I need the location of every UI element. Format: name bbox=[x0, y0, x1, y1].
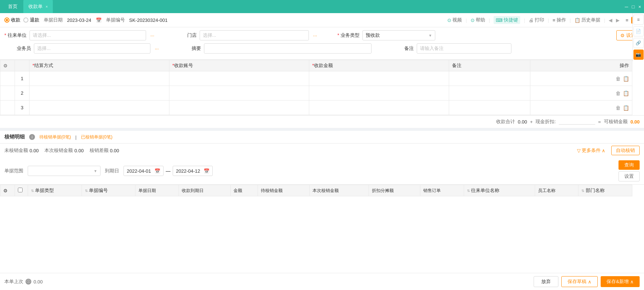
receipt-amount-header: *收款金额 bbox=[309, 60, 449, 71]
nav-tab-receipt[interactable]: 收款单 × bbox=[23, 0, 53, 13]
operate-btn[interactable]: ≡ 操作 bbox=[553, 17, 566, 23]
nav-home[interactable]: 首页 bbox=[3, 0, 23, 13]
verifiable-label: 可核销金额 bbox=[604, 118, 628, 125]
sort-icon[interactable]: ⇅ bbox=[85, 189, 88, 193]
save-draft-btn[interactable]: 保存草稿 ∧ bbox=[561, 276, 598, 287]
save-new-btn[interactable]: 保存&新增 ∧ bbox=[601, 276, 640, 287]
row-1-account[interactable] bbox=[169, 71, 309, 86]
window-max-btn[interactable]: □ bbox=[632, 4, 635, 9]
list-view-tab[interactable]: ≡ bbox=[623, 17, 631, 24]
sort-icon[interactable]: ⇅ bbox=[467, 189, 470, 193]
help-btn[interactable]: ⊙ 帮助 bbox=[471, 17, 485, 23]
staff-more-btn[interactable]: ··· bbox=[155, 46, 159, 51]
print-btn[interactable]: 🖨 打印 bbox=[529, 17, 544, 23]
window-min-btn[interactable]: ─ bbox=[625, 4, 628, 9]
side-link-btn[interactable]: 🔗 bbox=[633, 38, 644, 48]
date-to-input[interactable]: 2022-04-12 📅 bbox=[173, 166, 213, 176]
calendar-icon[interactable]: 📅 bbox=[96, 17, 102, 23]
summary-input[interactable] bbox=[204, 43, 372, 54]
amount-col: 金额 bbox=[230, 185, 258, 196]
sort-icon[interactable]: ⇅ bbox=[31, 189, 34, 193]
row-3-delete-btn[interactable]: 🗑 bbox=[616, 105, 621, 111]
row-1-settings bbox=[0, 71, 15, 86]
chevron-down-icon: ▼ bbox=[428, 34, 432, 38]
row-1-amount[interactable] bbox=[309, 71, 449, 86]
discount-label: 现金折扣: bbox=[535, 118, 556, 125]
row-3-remark[interactable] bbox=[449, 101, 530, 115]
circle-icon: ⊙ bbox=[447, 17, 451, 23]
row-2-settlement[interactable] bbox=[30, 86, 169, 101]
store-more-btn[interactable]: ··· bbox=[313, 33, 317, 38]
row-1-settlement[interactable] bbox=[30, 71, 169, 86]
window-close-btn[interactable]: × bbox=[638, 4, 641, 9]
row-2-copy-btn[interactable]: 📋 bbox=[623, 90, 629, 96]
history-btn[interactable]: 📋 历史单据 bbox=[574, 17, 600, 23]
shortcut-btn[interactable]: ⌨ 快捷键 bbox=[494, 16, 520, 24]
discount-input[interactable] bbox=[559, 119, 595, 125]
row-3-copy-btn[interactable]: 📋 bbox=[623, 105, 629, 111]
range-select[interactable]: ▼ bbox=[28, 166, 101, 176]
query-btn[interactable]: 查询 bbox=[619, 160, 640, 170]
row-2-amount[interactable] bbox=[309, 86, 449, 101]
staff-input[interactable]: 选择... bbox=[34, 43, 150, 54]
side-table-btn[interactable]: ≡ bbox=[633, 15, 644, 25]
bottom-table: ⚙ ⇅ 单据类型 ⇅ 单据编号 bbox=[0, 185, 644, 273]
range-chevron-icon: ▼ bbox=[94, 169, 97, 173]
radio-refund[interactable]: 退款 bbox=[23, 17, 39, 23]
biz-type-select[interactable]: 预收款 ▼ bbox=[362, 30, 435, 40]
table-gear-icon: ⚙ bbox=[3, 63, 8, 68]
auto-verify-btn[interactable]: 自动核销 bbox=[611, 146, 640, 155]
select-all-checkbox[interactable] bbox=[18, 188, 23, 192]
verify-stats: 未核销金额 0.00 本次核销金额 0.00 核销差额 0.00 ▽ 更多条件 … bbox=[0, 144, 644, 157]
row-1-delete-btn[interactable]: 🗑 bbox=[616, 76, 621, 82]
number-value: SK-20230324-001 bbox=[129, 17, 168, 23]
row-3-account[interactable] bbox=[169, 101, 309, 115]
nav-next-icon[interactable]: ▶ bbox=[616, 17, 620, 23]
radio-receipt[interactable]: 收款 bbox=[4, 17, 20, 23]
remark-input[interactable]: 请输入备注 bbox=[417, 43, 511, 54]
gear-icon: ⚙ bbox=[620, 33, 625, 38]
top-nav: 首页 收款单 × ─ □ × bbox=[0, 0, 644, 13]
date-range: 2022-04-01 📅 — 2022-04-12 📅 bbox=[123, 166, 213, 176]
history-icon: 📋 bbox=[574, 17, 580, 23]
ops-col-header: 操作 bbox=[530, 60, 632, 71]
more-conditions-btn[interactable]: ▽ 更多条件 ∧ bbox=[577, 147, 605, 154]
footer-info-icon[interactable]: ⓘ bbox=[25, 279, 31, 285]
row-2-remark[interactable] bbox=[449, 86, 530, 101]
bottom-check-col[interactable] bbox=[15, 185, 28, 196]
form-row-1: 往来单位 请选择... ··· 门店 选择... ··· 业务类型 预收款 ▼ bbox=[4, 30, 640, 40]
row-1-copy-btn[interactable]: 📋 bbox=[623, 76, 629, 82]
abandon-btn[interactable]: 放弃 bbox=[534, 276, 558, 287]
side-doc-btn[interactable]: 📄 bbox=[633, 26, 644, 36]
bottom-settings-col[interactable]: ⚙ bbox=[0, 185, 15, 196]
table-settings-header[interactable]: ⚙ bbox=[0, 60, 15, 71]
row-2-delete-btn[interactable]: 🗑 bbox=[616, 90, 621, 96]
counterpart-more-btn[interactable]: ··· bbox=[150, 33, 154, 38]
pending-tab[interactable]: 待核销单据(0笔) bbox=[39, 134, 71, 140]
sort-icon[interactable]: ⇅ bbox=[581, 189, 584, 193]
nav-prev-icon[interactable]: ◀ bbox=[609, 17, 612, 23]
staff-label: 业务员 bbox=[9, 45, 31, 52]
store-input[interactable]: 选择... bbox=[200, 30, 309, 40]
filter-settings-btn[interactable]: 设置 bbox=[619, 171, 640, 181]
date-range-label: 到期日 bbox=[105, 168, 119, 174]
row-2-account[interactable] bbox=[169, 86, 309, 101]
row-1-remark[interactable] bbox=[449, 71, 530, 86]
store-label: 门店 bbox=[175, 32, 197, 39]
verify-info-icon[interactable]: i bbox=[29, 134, 35, 140]
done-tab[interactable]: 已核销单据(0笔) bbox=[81, 134, 113, 140]
side-photo-btn[interactable]: 📷 bbox=[633, 50, 644, 60]
row-3-ops: 🗑 📋 bbox=[533, 105, 629, 111]
row-3-settlement[interactable] bbox=[30, 101, 169, 115]
counterpart-input[interactable]: 请选择... bbox=[30, 30, 146, 40]
plus-sign: + bbox=[530, 119, 533, 125]
form-row-2: 业务员 选择... ··· 摘要 备注 请输入备注 bbox=[4, 43, 640, 54]
radio-receipt-dot bbox=[4, 17, 9, 23]
nav-tab-close[interactable]: × bbox=[46, 4, 48, 9]
row-1-ops: 🗑 📋 bbox=[533, 76, 629, 82]
total-value: 0.00 bbox=[518, 119, 527, 125]
date-from-input[interactable]: 2022-04-01 📅 bbox=[123, 166, 164, 176]
video-btn[interactable]: ⊙ 视频 bbox=[447, 17, 462, 23]
row-3-amount[interactable] bbox=[309, 101, 449, 115]
row-3-settings bbox=[0, 101, 15, 115]
